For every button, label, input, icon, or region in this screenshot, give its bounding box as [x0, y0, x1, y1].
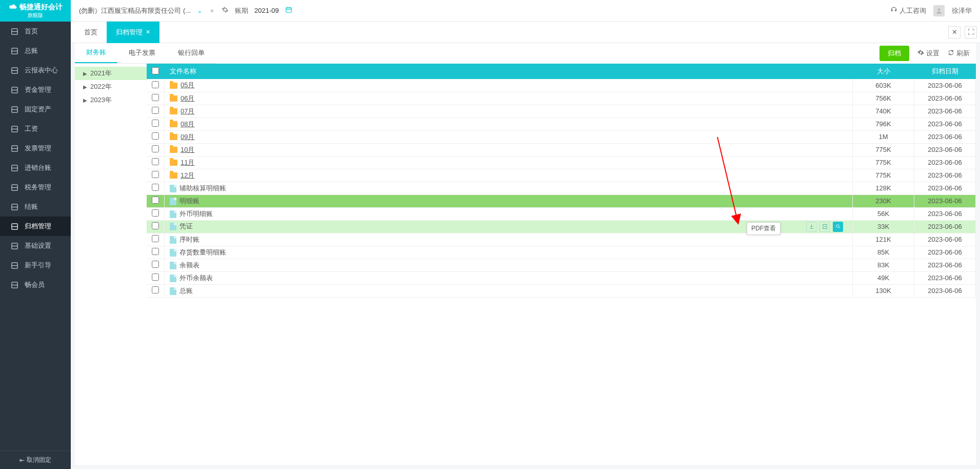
table-row[interactable]: 存货数量明细账85K2023-06-06	[147, 246, 976, 259]
nav-item-9[interactable]: 结账	[0, 197, 71, 217]
file-name[interactable]: 12月	[181, 171, 194, 179]
gear-icon[interactable]	[222, 6, 229, 15]
consult-link[interactable]: 人工咨询	[890, 6, 926, 15]
nav-item-2[interactable]: 云报表中心	[0, 61, 71, 80]
table-row[interactable]: 余额表83K2023-06-06	[147, 259, 976, 271]
nav-item-8[interactable]: 税务管理	[0, 178, 71, 197]
select-all-checkbox[interactable]	[152, 67, 159, 74]
row-checkbox[interactable]	[152, 81, 159, 88]
file-name[interactable]: 存货数量明细账	[179, 248, 226, 256]
download-icon[interactable]	[806, 222, 816, 232]
row-checkbox[interactable]	[152, 120, 159, 127]
table-row[interactable]: 明细账230K2023-06-06	[147, 194, 976, 207]
table-row[interactable]: 11月775K2023-06-06	[147, 156, 976, 169]
refresh-button[interactable]: 刷新	[948, 49, 970, 58]
table-row[interactable]: 12月775K2023-06-06	[147, 169, 976, 182]
subtab-1[interactable]: 电子发票	[117, 43, 167, 63]
file-size: 128K	[853, 182, 914, 194]
file-name[interactable]: 05月	[181, 81, 194, 89]
row-checkbox[interactable]	[152, 286, 159, 294]
refresh-icon	[948, 49, 954, 57]
row-checkbox[interactable]	[152, 145, 159, 152]
file-name[interactable]: 明细账	[179, 197, 199, 205]
file-size: 1M	[853, 130, 914, 143]
close-icon[interactable]: ✕	[146, 29, 150, 35]
file-name[interactable]: 11月	[181, 159, 194, 166]
file-name[interactable]: 08月	[181, 120, 194, 128]
nav-item-7[interactable]: 进销台账	[0, 158, 71, 178]
nav-item-5[interactable]: 工资	[0, 119, 71, 139]
nav-item-13[interactable]: 畅会员	[0, 275, 71, 295]
settings-button[interactable]: 设置	[917, 49, 939, 58]
file-name[interactable]: 序时账	[179, 236, 199, 243]
row-checkbox[interactable]	[152, 94, 159, 101]
table-row[interactable]: 外币余额表49K2023-06-06	[147, 271, 976, 284]
table-row[interactable]: 05月603K2023-06-06	[147, 79, 976, 92]
nav-item-0[interactable]: 首页	[0, 22, 71, 41]
tab-0[interactable]: 首页	[75, 22, 107, 43]
tree-item-0[interactable]: ▶2021年	[75, 67, 147, 80]
content: 财务账电子发票银行回单 归档 设置 刷新	[71, 43, 980, 469]
calendar-icon[interactable]	[285, 6, 292, 15]
nav-item-3[interactable]: 资金管理	[0, 80, 71, 100]
tree-item-2[interactable]: ▶2023年	[75, 93, 147, 107]
table-row[interactable]: 外币明细账56K2023-06-06	[147, 207, 976, 220]
row-checkbox[interactable]	[152, 261, 159, 268]
file-name[interactable]: 10月	[181, 146, 194, 153]
table-row[interactable]: 06月756K2023-06-06	[147, 92, 976, 105]
logo[interactable]: 畅捷通好会计 旗舰版	[0, 0, 71, 22]
file-name[interactable]: 06月	[181, 94, 194, 102]
table-row[interactable]: 09月1M2023-06-06	[147, 130, 976, 143]
table-row[interactable]: 序时账121K2023-06-06	[147, 233, 976, 246]
table-row[interactable]: 总账130K2023-06-06	[147, 284, 976, 297]
row-checkbox[interactable]	[152, 209, 159, 217]
file-name[interactable]: 凭证	[179, 222, 193, 230]
nav-item-12[interactable]: 新手引导	[0, 256, 71, 275]
archive-button[interactable]: 归档	[879, 46, 909, 61]
tax-icon	[10, 183, 18, 191]
file-name[interactable]: 外币明细账	[179, 210, 213, 218]
row-checkbox[interactable]	[152, 222, 159, 229]
row-checkbox[interactable]	[152, 248, 159, 255]
pdf-view-icon[interactable]	[833, 222, 843, 232]
table-row[interactable]: 凭证33K2023-06-06	[147, 220, 976, 233]
nav-item-10[interactable]: 归档管理	[0, 217, 71, 236]
row-checkbox[interactable]	[152, 107, 159, 114]
tree-item-1[interactable]: ▶2022年	[75, 80, 147, 93]
nav-item-6[interactable]: 发票管理	[0, 139, 71, 158]
file-name[interactable]: 辅助核算明细账	[179, 184, 226, 192]
nav-item-4[interactable]: 固定资产	[0, 100, 71, 119]
period-value[interactable]: 2021-09	[254, 7, 279, 14]
user-name[interactable]: 徐泽华	[952, 6, 972, 15]
subtab-0[interactable]: 财务账	[75, 43, 117, 63]
file-name[interactable]: 总账	[179, 287, 193, 295]
add-icon[interactable]: ＋	[209, 6, 215, 15]
row-checkbox[interactable]	[152, 273, 159, 281]
file-name[interactable]: 07月	[181, 107, 194, 115]
table-row[interactable]: 07月740K2023-06-06	[147, 105, 976, 118]
nav-item-11[interactable]: 基础设置	[0, 236, 71, 256]
row-checkbox[interactable]	[152, 171, 159, 178]
row-checkbox[interactable]	[152, 235, 159, 242]
chevron-down-icon[interactable]: ⌄	[197, 7, 203, 14]
row-checkbox[interactable]	[152, 184, 159, 191]
tab-1[interactable]: 归档管理✕	[107, 22, 159, 43]
close-button[interactable]: ✕	[948, 26, 961, 38]
pdf-icon[interactable]	[819, 222, 830, 232]
table-row[interactable]: 辅助核算明细账128K2023-06-06	[147, 182, 976, 194]
table-row[interactable]: 08月796K2023-06-06	[147, 118, 976, 130]
nav-item-1[interactable]: 总账	[0, 41, 71, 61]
subtab-2[interactable]: 银行回单	[167, 43, 216, 63]
fullscreen-button[interactable]: ⛶	[965, 26, 977, 38]
sidebar-pin-toggle[interactable]: ⇤ 取消固定	[0, 451, 71, 469]
asset-icon	[10, 105, 18, 113]
row-checkbox[interactable]	[152, 197, 159, 204]
company-selector[interactable]: (勿删）江西服宝精品有限责任公司 (...	[79, 6, 191, 15]
avatar[interactable]	[933, 5, 945, 16]
file-name[interactable]: 09月	[181, 133, 194, 141]
row-checkbox[interactable]	[152, 132, 159, 140]
file-name[interactable]: 余额表	[179, 261, 199, 269]
row-checkbox[interactable]	[152, 158, 159, 165]
table-row[interactable]: 10月775K2023-06-06	[147, 143, 976, 156]
file-name[interactable]: 外币余额表	[179, 274, 213, 282]
